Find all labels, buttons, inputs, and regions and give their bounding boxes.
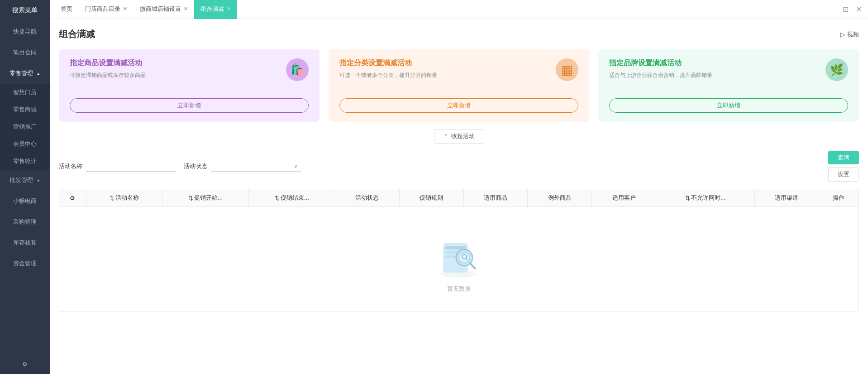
add-product-promo-button[interactable]: 立即新增 bbox=[70, 98, 309, 113]
gear-button[interactable]: ⚙ bbox=[0, 355, 50, 374]
activity-name-label: 活动名称 bbox=[59, 162, 82, 170]
col-applicable-goods: 适用商品 bbox=[463, 189, 528, 207]
window-controls: ⊡ ✕ bbox=[841, 4, 863, 14]
activity-status-label: 活动状态 bbox=[184, 162, 207, 170]
empty-state: 暂无数据 bbox=[59, 207, 858, 311]
play-icon: ▷ bbox=[840, 31, 845, 38]
sidebar-item-project-contract[interactable]: 项目合同 bbox=[0, 42, 50, 63]
col-activity-name: ⇅ 活动名称 bbox=[86, 189, 162, 207]
close-button[interactable]: ✕ bbox=[854, 4, 863, 14]
sort-promo-end-icon[interactable]: ⇅ bbox=[275, 195, 280, 201]
query-button[interactable]: 查询 bbox=[828, 151, 859, 164]
sort-not-allow-icon[interactable]: ⇅ bbox=[685, 195, 690, 201]
sidebar-item-finance[interactable]: 资金管理 bbox=[0, 253, 50, 274]
promo-card-category-icon: ▦ bbox=[556, 58, 578, 81]
tab-combo-discount[interactable]: 组合满减 ✕ bbox=[194, 0, 237, 19]
promo-card-brand-title: 指定品牌设置满减活动 bbox=[609, 58, 848, 68]
col-applicable-customer: 适用客户 bbox=[592, 189, 656, 207]
minimize-button[interactable]: ⊡ bbox=[841, 4, 850, 14]
retail-arrow-icon: ▲ bbox=[36, 72, 40, 76]
promo-card-brand-desc: 适合与上游企业联合做营销，提升品牌销量 bbox=[609, 72, 848, 79]
sidebar-search[interactable]: 搜索菜单 bbox=[0, 0, 50, 21]
page-content-area: 组合满减 ▷ 视频 指定商品设置满减活动 可指定滞销商品或库存较多商品 🛍️ 立… bbox=[50, 19, 868, 374]
sidebar-item-marketing[interactable]: 营销推广 bbox=[0, 118, 50, 135]
promo-card-product-title: 指定商品设置满减活动 bbox=[70, 58, 309, 68]
collapse-button[interactable]: ⌃ 收起活动 bbox=[434, 129, 484, 144]
svg-point-6 bbox=[459, 252, 470, 263]
close-tab-wechat-store-icon[interactable]: ✕ bbox=[184, 6, 188, 12]
collapse-up-icon: ⌃ bbox=[444, 133, 448, 140]
settings-col-icon: ⚙ bbox=[70, 195, 75, 201]
sidebar-item-wholesale[interactable]: 批发管理 ▼ bbox=[0, 170, 50, 191]
promo-card-category-desc: 可选一个或者多个分类，提升分类的销量 bbox=[339, 72, 578, 79]
col-activity-status: 活动状态 bbox=[335, 189, 399, 207]
promo-card-product-icon: 🛍️ bbox=[286, 58, 309, 81]
col-promo-rule: 促销规则 bbox=[399, 189, 463, 207]
sidebar-item-inventory[interactable]: 库存核算 bbox=[0, 232, 50, 253]
wholesale-arrow-icon: ▼ bbox=[36, 178, 40, 183]
main-content: 首页 门店商品目录 ✕ 微商城店铺设置 ✕ 组合满减 ✕ ⊡ ✕ 组合满减 ▷ … bbox=[50, 0, 868, 374]
promo-card-product: 指定商品设置满减活动 可指定滞销商品或库存较多商品 🛍️ 立即新增 bbox=[59, 49, 320, 122]
tab-home[interactable]: 首页 bbox=[54, 0, 79, 19]
activity-status-select[interactable]: 进行中 未开始 已结束 bbox=[211, 161, 301, 172]
col-promo-start: ⇅ 促销开始... bbox=[162, 189, 249, 207]
close-tab-combo-discount-icon[interactable]: ✕ bbox=[227, 6, 231, 12]
search-actions: 查询 设置 bbox=[828, 151, 859, 182]
empty-illustration bbox=[432, 234, 486, 279]
tab-wechat-store[interactable]: 微商城店铺设置 ✕ bbox=[134, 0, 194, 19]
sidebar-item-member-center[interactable]: 会员中心 bbox=[0, 135, 50, 153]
settings-button[interactable]: 设置 bbox=[828, 167, 859, 182]
sidebar-item-retail-management[interactable]: 零售管理 ▲ bbox=[0, 63, 50, 84]
activity-name-field: 活动名称 bbox=[59, 161, 176, 172]
svg-line-7 bbox=[470, 263, 475, 269]
sidebar: 搜索菜单 快捷导航 项目合同 零售管理 ▲ 智慧门店 零售商城 营销推广 会员中… bbox=[0, 0, 50, 374]
col-promo-end: ⇅ 促销结束... bbox=[249, 189, 335, 207]
search-bar: 活动名称 活动状态 进行中 未开始 已结束 查询 设置 bbox=[59, 151, 859, 182]
promo-card-brand-icon: 🌿 bbox=[825, 58, 848, 81]
activity-name-input[interactable] bbox=[86, 161, 176, 172]
data-table: ⚙ ⇅ 活动名称 ⇅ 促销开始... bbox=[59, 189, 859, 312]
add-category-promo-button[interactable]: 立即新增 bbox=[339, 98, 578, 113]
promo-card-category: 指定分类设置满减活动 可选一个或者多个分类，提升分类的销量 ▦ 立即新增 bbox=[329, 49, 589, 122]
close-tab-store-catalog-icon[interactable]: ✕ bbox=[123, 6, 127, 12]
col-not-allow: ⇅ 不允许同时... bbox=[656, 189, 755, 207]
col-operation: 操作 bbox=[819, 189, 858, 207]
promo-card-product-desc: 可指定滞销商品或库存较多商品 bbox=[70, 72, 309, 79]
page-header: 组合满减 ▷ 视频 bbox=[59, 28, 859, 40]
tab-bar: 首页 门店商品目录 ✕ 微商城店铺设置 ✕ 组合满减 ✕ ⊡ ✕ bbox=[50, 0, 868, 19]
tab-store-catalog[interactable]: 门店商品目录 ✕ bbox=[79, 0, 134, 19]
sidebar-item-retail-stats[interactable]: 零售统计 bbox=[0, 153, 50, 170]
empty-text: 暂无数据 bbox=[59, 285, 858, 293]
video-link[interactable]: ▷ 视频 bbox=[840, 30, 859, 38]
sort-activity-name-icon[interactable]: ⇅ bbox=[110, 195, 114, 201]
collapse-bar: ⌃ 收起活动 bbox=[59, 129, 859, 144]
sidebar-item-xiaochang[interactable]: 小畅电商 bbox=[0, 191, 50, 211]
sidebar-item-quick-nav[interactable]: 快捷导航 bbox=[0, 21, 50, 42]
promo-card-brand: 指定品牌设置满减活动 适合与上游企业联合做营销，提升品牌销量 🌿 立即新增 bbox=[598, 49, 859, 122]
col-settings[interactable]: ⚙ bbox=[59, 189, 86, 207]
activity-status-field: 活动状态 进行中 未开始 已结束 bbox=[184, 161, 301, 172]
sidebar-item-smart-store[interactable]: 智慧门店 bbox=[0, 84, 50, 101]
svg-rect-2 bbox=[445, 246, 466, 249]
sort-promo-start-icon[interactable]: ⇅ bbox=[188, 195, 193, 201]
sidebar-item-retail-mall[interactable]: 零售商城 bbox=[0, 101, 50, 118]
col-applicable-channel: 适用渠道 bbox=[754, 189, 819, 207]
promo-cards: 指定商品设置满减活动 可指定滞销商品或库存较多商品 🛍️ 立即新增 指定分类设置… bbox=[59, 49, 859, 122]
page-title: 组合满减 bbox=[59, 28, 95, 40]
add-brand-promo-button[interactable]: 立即新增 bbox=[609, 98, 848, 113]
col-excluded-goods: 例外商品 bbox=[528, 189, 592, 207]
sidebar-item-purchase[interactable]: 采购管理 bbox=[0, 211, 50, 232]
promo-card-category-title: 指定分类设置满减活动 bbox=[339, 58, 578, 68]
